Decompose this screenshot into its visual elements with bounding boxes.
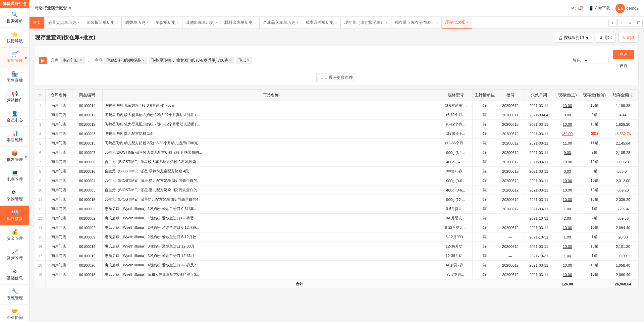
- account-dropdown[interactable]: 母婴行业演示账套 ▼: [35, 5, 72, 11]
- settings-icon[interactable]: ⚙: [38, 93, 42, 98]
- table-cell[interactable]: 10.00: [554, 242, 581, 251]
- tab-cost-adjust[interactable]: 成本调整单历史 ×: [302, 17, 341, 29]
- tab-prev-btn[interactable]: ‹: [608, 19, 616, 27]
- sidebar-item-purchase[interactable]: 🛍 采购管理: [0, 186, 29, 206]
- gear-icon: ⚙: [12, 268, 17, 275]
- member-icon: 👤: [11, 110, 18, 117]
- page-title: 现存量查询(按仓库+批次): [35, 34, 95, 41]
- tab-menu-btn[interactable]: ⊟: [635, 19, 643, 27]
- remove-warehouse-icon[interactable]: ×: [80, 58, 82, 63]
- tab-home[interactable]: 首页: [30, 17, 45, 29]
- sidebar-item-retail-mgmt[interactable]: 🛒 零售管理 ▶: [0, 48, 29, 67]
- close-icon[interactable]: ×: [116, 21, 118, 24]
- close-icon[interactable]: ×: [436, 21, 438, 24]
- warehouse-more[interactable]: ...: [86, 57, 91, 63]
- tab-stock-dist[interactable]: 现存量（库存分布表） ×: [391, 17, 442, 29]
- close-icon[interactable]: ×: [386, 21, 388, 24]
- table-cell[interactable]: -39.00: [554, 129, 581, 139]
- table-cell[interactable]: 10.00: [554, 120, 581, 129]
- table-cell: —: [497, 251, 524, 261]
- table-cell: 合生元（BIOSTIME）派星较大婴儿配方奶粉 2段 乳铁蛋...: [102, 157, 439, 167]
- th-stock-pkg: 现存量(包装): [581, 90, 608, 101]
- sidebar-item-wholesale[interactable]: 📦 批发管理 ▶: [0, 147, 29, 166]
- total-cell: 126.00: [554, 279, 581, 289]
- table-cell: 900g (0-6...: [439, 176, 473, 185]
- tab-close-btn[interactable]: ×: [626, 19, 634, 27]
- table-cell[interactable]: 10.00: [554, 270, 581, 279]
- table-cell: 20200611: [497, 110, 524, 120]
- tab-stock-status[interactable]: 现存量（库存状况表） ×: [341, 17, 391, 29]
- table-cell[interactable]: 10.00: [554, 261, 581, 270]
- message-btn[interactable]: ✉ 消息: [571, 5, 583, 11]
- sidebar-item-finance[interactable]: 💰 资金管理: [0, 225, 29, 245]
- table-cell: 1,189.88: [608, 101, 638, 110]
- export-button[interactable]: ⬇ 导出: [596, 33, 616, 43]
- sidebar-item-company[interactable]: 🤝 企业协同: [0, 305, 29, 322]
- table-cell: 飞鹤星飞帆 儿童奶粉 4段(3-6岁适用) 700克: [102, 101, 439, 110]
- sidebar-item-retail-mall[interactable]: 🏪 零售商城: [0, 67, 29, 87]
- table-cell: 6-12月婴儿...: [439, 223, 473, 232]
- sidebar-item-member[interactable]: 👤 会员中心: [0, 107, 29, 127]
- tab-other-out[interactable]: 其他出库单历史 ×: [182, 17, 221, 29]
- user-profile[interactable]: Ea demo2: [615, 4, 639, 13]
- remove-product-2-icon[interactable]: ×: [247, 58, 249, 63]
- warehouse-tag[interactable]: 南岸门店 ×: [60, 57, 85, 64]
- app-download-btn[interactable]: 📱 App下载: [589, 5, 610, 11]
- table-cell[interactable]: 10.00: [554, 223, 581, 232]
- sidebar-item-quick[interactable]: ⭐ 快捷导航: [0, 28, 29, 48]
- remove-product-1-icon[interactable]: ×: [229, 58, 232, 63]
- close-icon[interactable]: ×: [335, 21, 337, 24]
- tab-next-btn[interactable]: ›: [617, 19, 625, 27]
- product-tag-0[interactable]: 飞鹤奶粉3段两提装 ×: [104, 57, 147, 64]
- tab-disassemble[interactable]: 组装拆卸单历史 ×: [83, 17, 122, 29]
- close-icon[interactable]: ×: [215, 21, 217, 24]
- table-cell[interactable]: 10.00: [554, 101, 581, 110]
- expand-more-btn[interactable]: ⌄⌄ 展开更多条件: [316, 73, 357, 82]
- expand-toggle[interactable]: ▶: [39, 57, 47, 64]
- expand-arrow-btn[interactable]: ▶: [39, 57, 47, 64]
- sidebar-item-system[interactable]: 🔧 系统管理: [0, 285, 29, 305]
- close-icon[interactable]: ×: [177, 21, 179, 24]
- table-cell[interactable]: 10.00: [554, 157, 581, 167]
- close-icon[interactable]: ×: [254, 21, 256, 24]
- tab-transfer[interactable]: 调拨单历史 ×: [122, 17, 152, 29]
- table-cell[interactable]: 1.00: [554, 251, 581, 261]
- export-label: 导出: [604, 35, 612, 41]
- product-tag-2[interactable]: 飞... ×: [236, 57, 252, 64]
- print-button[interactable]: 🖨 按模板打印 ▼: [555, 33, 593, 43]
- table-cell[interactable]: 3.00: [554, 167, 581, 176]
- table-cell[interactable]: 1.00: [554, 232, 581, 242]
- sidebar-item-stats[interactable]: 📊 零售统计: [0, 127, 29, 147]
- sidebar-item-stock[interactable]: 🏭 库存核算: [0, 206, 29, 225]
- sidebar-item-search[interactable]: 🔍 搜索英单: [0, 8, 29, 28]
- product-tag-1[interactable]: 飞鹤星飞帆 儿童奶粉 4段(3-6岁适用) 700克 ×: [149, 57, 234, 64]
- query-button[interactable]: 查询: [613, 50, 634, 59]
- tab-stock-batch[interactable]: 库存批次账 ×: [442, 17, 472, 29]
- table-cell[interactable]: 11.00: [554, 139, 581, 148]
- tab-split[interactable]: 分量盘点单历史 ×: [45, 17, 83, 29]
- sidebar-item-basic[interactable]: ⚙ 基础信息: [0, 265, 29, 285]
- table-cell[interactable]: 10.00: [554, 195, 581, 204]
- sidebar-item-marketing[interactable]: 📢 营销推广: [0, 87, 29, 107]
- refresh-button[interactable]: ↻ 刷新: [619, 33, 639, 43]
- settings-button[interactable]: 设置: [613, 61, 634, 71]
- sidebar-item-ecommerce[interactable]: 💻 电商管理: [0, 166, 29, 186]
- close-icon[interactable]: ×: [467, 20, 469, 24]
- close-icon[interactable]: ×: [297, 21, 299, 24]
- table-cell[interactable]: 2.00: [554, 214, 581, 223]
- box-icon: 📦: [11, 150, 18, 156]
- remove-product-0-icon[interactable]: ×: [142, 58, 145, 63]
- close-icon[interactable]: ×: [77, 21, 79, 24]
- table-cell[interactable]: 1.00: [554, 204, 581, 214]
- tab-demand[interactable]: 要货单历史 ×: [152, 17, 183, 29]
- table-cell[interactable]: 10.00: [554, 176, 581, 185]
- table-cell[interactable]: 0.00: [554, 110, 581, 120]
- table-cell[interactable]: 10.00: [554, 185, 581, 195]
- sidebar-item-operation[interactable]: 📈 经营管理: [0, 245, 29, 265]
- close-icon[interactable]: ×: [147, 21, 149, 24]
- table-cell[interactable]: 9.00: [554, 148, 581, 157]
- tab-material-out[interactable]: 材料出库单历史 ×: [221, 17, 260, 29]
- tab-product-in[interactable]: 产成品入库单历史 ×: [260, 17, 302, 29]
- account-label: 母婴行业演示账套: [35, 5, 67, 11]
- color-dropdown[interactable]: ▼: [582, 58, 609, 63]
